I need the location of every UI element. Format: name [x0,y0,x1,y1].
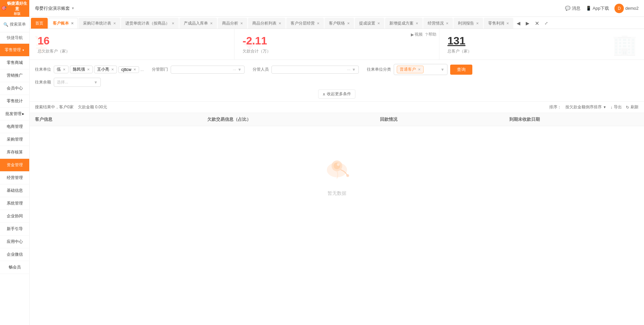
app-download-button[interactable]: 📱 App下载 [586,5,609,11]
promotion-settings-tab-label: 提成设置 [359,21,375,26]
sort-control[interactable]: 按欠款金额倒序排序 ▼ [565,104,606,110]
sidebar-item-enterprise[interactable]: 企业协同 [0,210,29,223]
tab-promotion-settings[interactable]: 提成设置 ✕ [355,18,384,29]
tab-nav-right[interactable]: ▶ [523,18,532,29]
tab-close-business-status[interactable]: ✕ [446,22,448,25]
sidebar-item-vip[interactable]: 畅会员 [0,261,29,274]
tab-close-stock-in[interactable]: ✕ [172,22,174,25]
tab-profit-report[interactable]: 利润报告 ✕ [454,18,483,29]
home-tab-label: 首页 [35,21,43,26]
filter-tag-unit-1[interactable]: 伍 ✕ [54,66,69,73]
message-label: 消息 [572,5,581,11]
sidebar-item-retail-stats[interactable]: 零售统计 [0,95,29,108]
dept-clear-icon[interactable]: ··· [233,67,236,72]
help-link[interactable]: ? 帮助 [425,32,436,37]
quick-nav-label: 快捷导航 [7,35,23,40]
sidebar-item-inventory[interactable]: 库存核算 [0,146,29,159]
export-icon: ↓ [610,105,612,110]
refresh-button[interactable]: ↻ 刷新 [626,104,639,110]
tab-close-retail-profit[interactable]: ✕ [506,22,509,25]
video-help-link[interactable]: ▶ 视频 [411,32,423,37]
tab-maximize[interactable]: ⤢ [542,18,551,29]
tab-customer-connect[interactable]: 客户联络 ✕ [325,18,354,29]
tab-nav-left[interactable]: ◀ [514,18,523,29]
tab-close-goods-analysis-list[interactable]: ✕ [278,22,281,25]
tab-business-status[interactable]: 经营情况 ✕ [423,18,453,29]
main-area: 母婴行业演示账套 ▼ 💬 消息 📱 App下载 D demo2 首页 客户账本 [30,0,644,325]
sidebar-item-operation[interactable]: 经营管理 [0,172,29,184]
tab-customer-account[interactable]: 客户账本 ✕ [48,18,78,29]
filter-dept-dropdown[interactable]: ··· ▼ [171,66,245,74]
product-in-tab-label: 产成品入库单 [184,21,208,26]
chevron-up-icon: ∧ [323,92,326,97]
filter-more-button[interactable]: ... [140,67,144,72]
sidebar-item-finance[interactable]: 资金管理 [0,159,29,172]
tab-close-all[interactable]: ✕ [532,18,542,29]
tab-close-purchase-order[interactable]: ✕ [113,22,116,25]
industry-name: 母婴行业演示账套 [35,5,70,11]
person-clear-icon[interactable]: ··· [347,67,350,72]
tab-close-product-in[interactable]: ✕ [210,22,213,25]
svg-point-3 [337,163,340,166]
tab-close-new-promotion[interactable]: ✕ [416,22,418,25]
filter-person-dropdown[interactable]: ··· ▼ [271,66,359,74]
tab-goods-analysis-list[interactable]: 商品分析列表 ✕ [248,18,286,29]
tab-product-in[interactable]: 产成品入库单 ✕ [179,18,217,29]
wecom-label: 企业微信 [7,252,23,257]
sidebar-item-wholesale[interactable]: 批发管理 ▶ [0,108,29,120]
customer-account-tab-label: 客户账本 [53,21,69,26]
sidebar-item-member[interactable]: 会员中心 [0,82,29,95]
industry-selector[interactable]: 母婴行业演示账套 ▼ [35,5,75,11]
export-button[interactable]: ↓ 导出 [610,104,622,110]
col-due-date: 到期未收款日期 [509,116,639,122]
sidebar-item-app-center[interactable]: 应用中心 [0,236,29,248]
result-bar: 搜索结果中，客户0家 欠款金额 0.00元 排序： 按欠款金额倒序排序 ▼ ↓ … [30,102,644,113]
unit-type-selected-tag[interactable]: 普通客户 ✕ [397,66,424,73]
tab-close-customer-account[interactable]: ✕ [71,22,74,25]
tab-new-promotion[interactable]: 新增提成方案 ✕ [385,18,423,29]
filter-row-2: 往来余额 选择... ▼ [35,78,639,87]
unit-type-close[interactable]: ✕ [418,68,421,71]
tab-stock-in[interactable]: 进货单统计表（按商品） ✕ [121,18,179,29]
tab-goods-analysis[interactable]: 商品分析 ✕ [218,18,247,29]
sidebar-item-retail-shop[interactable]: 零售商城 [0,57,29,69]
sidebar-item-marketing[interactable]: 营销推广 [0,69,29,82]
tag-close-1[interactable]: ✕ [63,68,66,71]
filter-balance-dropdown[interactable]: 选择... ▼ [54,78,101,87]
tab-retail-profit[interactable]: 零售利润 ✕ [484,18,513,29]
user-profile[interactable]: D demo2 [614,4,639,13]
tab-close-goods-analysis[interactable]: ✕ [240,22,243,25]
retail-label: 零售管理 [5,47,21,52]
sidebar-item-system[interactable]: 系统管理 [0,197,29,210]
sidebar-item-wecom[interactable]: 企业微信 [0,248,29,261]
sort-label: 排序： [549,104,561,110]
sidebar-item-quick-nav[interactable]: 快捷导航 [0,32,29,44]
sidebar-item-purchase[interactable]: 采购管理 [0,133,29,146]
filter-dept-label: 分管部门 [152,67,168,72]
sidebar-item-ecommerce[interactable]: 电商管理 [0,120,29,133]
sidebar-item-basic-info[interactable]: 基础信息 [0,184,29,197]
query-button[interactable]: 查询 [450,65,472,75]
filter-tag-unit-2[interactable]: 陈民强 ✕ [70,66,93,73]
tab-close-promotion-settings[interactable]: ✕ [377,22,380,25]
tab-close-customer-connect[interactable]: ✕ [347,22,350,25]
tag-close-2[interactable]: ✕ [87,68,90,71]
search-menu-button[interactable]: 🔍 搜索菜单 [3,20,27,29]
tab-home[interactable]: 首页 [31,18,48,29]
tab-customer-tier[interactable]: 客户分层经营 ✕ [286,18,324,29]
tab-close-profit-report[interactable]: ✕ [476,22,479,25]
tab-close-customer-tier[interactable]: ✕ [317,22,319,25]
filter-tag-unit-4[interactable]: cjttcw ✕ [118,66,139,73]
col-customer-info: 客户信息 [35,116,207,122]
filter-tag-unit-3[interactable]: 王小亮 ✕ [94,66,117,73]
tab-purchase-order[interactable]: 采购订单统计表 ✕ [79,18,120,29]
tag-close-4[interactable]: ✕ [133,68,136,71]
message-button[interactable]: 💬 消息 [565,5,581,11]
sidebar-item-guide[interactable]: 新手引导 [0,223,29,236]
collapse-button[interactable]: ∧ 收起更多条件 [318,89,355,99]
sidebar-item-retail[interactable]: 零售管理 ▼ [0,44,29,57]
filter-unit-type-dropdown[interactable]: 普通客户 ✕ ▼ [394,64,447,75]
tag-close-3[interactable]: ✕ [111,68,114,71]
avatar: D [614,4,624,13]
sidebar-search-area[interactable]: 🔍 搜索菜单 [0,17,29,32]
